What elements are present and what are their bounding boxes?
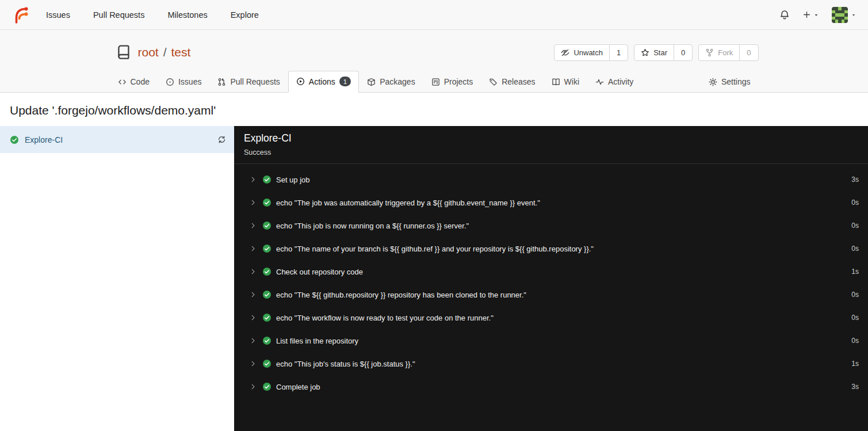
repo-action-main[interactable]: Unwatch [555,45,609,60]
log-step-row[interactable]: echo "This job's status is ${{ job.statu… [234,352,868,375]
repo-action-count[interactable]: 0 [674,45,692,60]
repo-action-button: Fork 0 [698,44,758,61]
chevron-right-icon[interactable] [250,176,257,183]
repo-tab[interactable]: Packages [359,71,423,93]
log-step-row[interactable]: echo "The name of your branch is ${{ git… [234,237,868,260]
check-circle-icon [262,175,272,184]
book-icon [552,78,560,86]
step-duration: 3s [851,176,859,184]
log-step-row[interactable]: echo "The job was automatically triggere… [234,191,868,214]
repo-action-main[interactable]: Star [634,45,674,60]
repo-icon [116,45,131,60]
step-duration: 0s [851,222,859,230]
console-job-status: Success [244,148,858,157]
log-step-row[interactable]: Complete job 3s [234,375,868,398]
notifications-button[interactable] [779,10,790,20]
step-duration: 3s [851,383,859,391]
chevron-right-icon[interactable] [250,291,257,298]
tab-label: Issues [178,77,201,86]
repo-tab[interactable]: Projects [423,71,481,93]
check-circle-icon [262,267,272,276]
step-duration: 0s [851,314,859,322]
navbar-link[interactable]: Milestones [167,10,207,20]
navbar-right [779,7,856,23]
repo-tab[interactable]: Activity [587,71,641,93]
step-name: echo "The ${{ github.repository }} repos… [276,291,844,299]
chevron-right-icon[interactable] [250,360,257,367]
navbar-link[interactable]: Issues [46,10,70,20]
job-item[interactable]: Explore-CI [0,126,234,153]
check-circle-icon [262,336,272,345]
tab-label: Code [131,77,150,86]
issue-icon [166,78,174,86]
chevron-right-icon[interactable] [250,245,257,252]
check-circle-icon [262,290,272,299]
tab-count-badge: 1 [339,77,351,86]
step-name: echo "This job is now running on a ${{ r… [276,222,844,230]
fork-icon [705,48,714,57]
repo-actions: Unwatch 1 Star 0 [554,44,758,61]
repo-name-link[interactable]: test [171,45,191,59]
workflow-run-title: Update '.forgejo/workflows/demo.yaml' [0,93,868,126]
log-step-row[interactable]: echo "The workflow is now ready to test … [234,306,868,329]
job-list: Explore-CI [0,126,234,431]
repo-tabbar: Code Issues Pull Requests Act [110,71,759,92]
chevron-right-icon[interactable] [250,314,257,321]
navbar-links: Issues Pull Requests Milestones Explore [46,10,259,20]
play-circle-icon [296,77,305,86]
step-name: Check out repository code [276,268,844,276]
repo-action-count[interactable]: 0 [739,45,758,60]
chevron-right-icon[interactable] [250,199,257,206]
caret-down-icon [851,12,856,18]
repo-action-label: Unwatch [573,48,603,57]
repo-tab[interactable]: Actions 1 [288,71,359,93]
step-name: Set up job [276,176,844,184]
step-name: echo "The job was automatically triggere… [276,199,844,207]
log-step-row[interactable]: Check out repository code 1s [234,260,868,283]
repo-tab[interactable]: Releases [481,71,543,93]
repo-tabbar-strip: Code Issues Pull Requests Act [0,71,868,93]
refresh-icon[interactable] [217,135,226,144]
repo-action-button: Unwatch 1 [554,44,628,61]
user-menu[interactable] [832,7,856,23]
navbar-link[interactable]: Pull Requests [93,10,144,20]
package-icon [367,78,376,86]
repo-tab[interactable]: Pull Requests [209,71,288,93]
tag-icon [489,78,498,86]
repo-separator: / [163,45,167,59]
tab-label: Actions [309,77,335,86]
step-duration: 1s [851,268,859,276]
check-circle-icon [10,135,19,144]
repo-tab[interactable]: Wiki [544,71,587,93]
log-step-row[interactable]: List files in the repository 0s [234,329,868,352]
navbar-link[interactable]: Explore [231,10,259,20]
star-icon [641,48,649,57]
check-circle-icon [262,198,272,207]
chevron-right-icon[interactable] [250,222,257,229]
chevron-right-icon[interactable] [250,337,257,344]
create-new-button[interactable] [802,10,819,19]
repo-action-count[interactable]: 1 [609,45,628,60]
pulse-icon [595,78,604,86]
forgejo-logo[interactable] [12,6,30,24]
chevron-right-icon[interactable] [250,268,257,275]
step-name: List files in the repository [276,337,844,345]
repo-action-main[interactable]: Fork [699,45,739,60]
log-step-row[interactable]: Set up job 3s [234,168,868,191]
step-name: echo "The name of your branch is ${{ git… [276,245,844,253]
repo-owner-link[interactable]: root [138,45,159,59]
log-step-row[interactable]: echo "This job is now running on a ${{ r… [234,214,868,237]
tab-settings[interactable]: Settings [701,71,759,93]
check-circle-icon [262,313,272,322]
tab-label: Activity [608,77,633,86]
chevron-right-icon[interactable] [250,383,257,390]
tab-label: Settings [721,77,751,86]
log-step-row[interactable]: echo "The ${{ github.repository }} repos… [234,283,868,306]
step-name: echo "This job's status is ${{ job.statu… [276,360,844,368]
repo-tab[interactable]: Code [110,71,158,93]
projects-icon [431,78,440,86]
step-duration: 0s [851,291,859,299]
check-circle-icon [262,244,272,253]
log-console: Explore-CI Success Set up job 3s echo "T… [234,126,868,431]
repo-tab[interactable]: Issues [158,71,209,93]
